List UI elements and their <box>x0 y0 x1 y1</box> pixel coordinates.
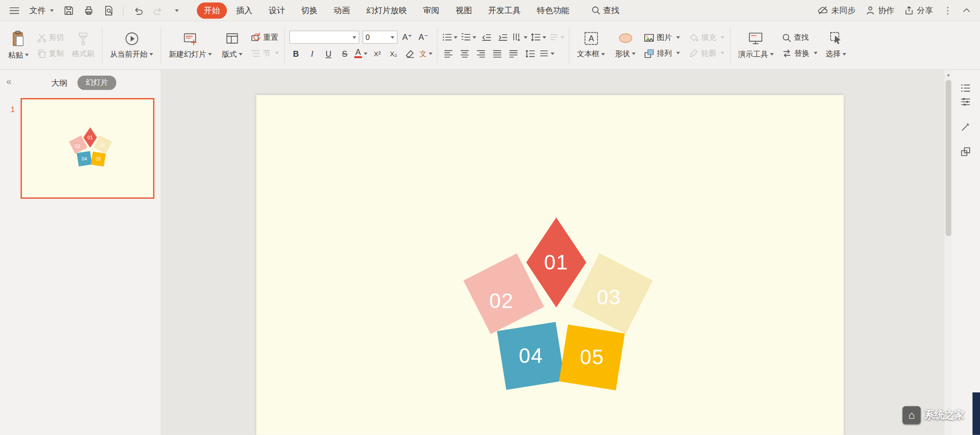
arrange-button[interactable]: 排列 <box>642 48 681 58</box>
shape-diamond-04[interactable]: 04 <box>497 322 565 390</box>
section-button[interactable]: 节 <box>250 48 280 58</box>
layout-button[interactable]: 版式 <box>219 24 245 66</box>
file-menu[interactable]: 文件 <box>28 4 56 17</box>
tab-slides-view[interactable]: 幻灯片 <box>78 76 116 90</box>
play-from-current-button[interactable]: 从当前开始 <box>107 24 157 66</box>
tab-devtools[interactable]: 开发工具 <box>481 2 528 19</box>
font-name-combo[interactable] <box>289 30 359 44</box>
reset-label: 重置 <box>263 32 278 43</box>
distribute-button[interactable] <box>507 47 520 60</box>
select-button[interactable]: 选择 <box>823 24 849 66</box>
wps-presentation-window: 文件 开始 插入 设计 切换 动画 幻灯片放映 审阅 视图 开发工具 特色功能 <box>0 0 980 435</box>
reset-button[interactable]: 重置 <box>250 32 280 43</box>
shapes-button[interactable]: 形状 <box>612 24 639 66</box>
quick-access-dropdown-icon[interactable] <box>171 8 181 13</box>
selection-pane-icon[interactable] <box>960 146 971 160</box>
decrease-font-button[interactable]: A⁻ <box>417 31 430 44</box>
bullet-list-button[interactable] <box>442 31 457 44</box>
new-slide-button[interactable]: 新建幻灯片 <box>166 24 215 66</box>
more-options-icon[interactable]: ⋮ <box>941 4 955 17</box>
shape-diamond-05[interactable]: 05 <box>559 324 625 390</box>
outline-pen-icon <box>689 49 699 58</box>
align-center-button[interactable] <box>458 47 471 60</box>
play-from-current-label: 从当前开始 <box>110 49 147 59</box>
italic-button[interactable]: I <box>306 48 319 60</box>
shape-diamond-03[interactable]: 03 <box>94 136 113 154</box>
tab-insert[interactable]: 插入 <box>230 2 260 19</box>
justify-button[interactable] <box>490 47 504 60</box>
tab-view[interactable]: 视图 <box>449 2 479 19</box>
subscript-button[interactable]: X₂ <box>387 48 400 60</box>
save-icon[interactable] <box>62 4 75 17</box>
slide[interactable]: 01 02 03 04 05 <box>256 95 844 435</box>
tab-slideshow[interactable]: 幻灯片放映 <box>359 2 414 19</box>
underline-button[interactable]: U <box>322 48 335 60</box>
shape-diamond-05[interactable]: 05 <box>91 152 106 166</box>
text-direction-button[interactable] <box>512 31 527 44</box>
copy-button[interactable]: 复制 <box>36 48 65 58</box>
bold-button[interactable]: B <box>289 48 303 60</box>
slide-canvas[interactable]: 01 02 03 04 05 <box>161 70 944 435</box>
undo-icon[interactable] <box>131 5 145 16</box>
task-list-icon[interactable] <box>960 83 971 96</box>
increase-indent-button[interactable] <box>495 31 509 44</box>
redo-icon[interactable] <box>151 5 165 16</box>
decrease-indent-button[interactable] <box>480 31 493 44</box>
print-preview-icon[interactable] <box>102 4 116 17</box>
tab-animation[interactable]: 动画 <box>327 2 357 19</box>
tab-special-features[interactable]: 特色功能 <box>530 2 576 19</box>
font-size-combo[interactable]: 0 <box>363 30 397 44</box>
properties-sliders-icon[interactable] <box>960 96 971 110</box>
collapse-ribbon-icon[interactable] <box>960 6 972 15</box>
replace-button[interactable]: 替换 <box>781 48 819 58</box>
tab-transition[interactable]: 切换 <box>294 2 324 19</box>
text-effect-button[interactable]: 文 <box>419 48 432 60</box>
align-left-button[interactable] <box>442 47 455 60</box>
share-label: 分享 <box>917 5 933 16</box>
app-menu-icon[interactable] <box>8 5 21 16</box>
outline-button[interactable]: 轮廓 <box>687 48 725 58</box>
sync-status[interactable]: 未同步 <box>816 4 858 17</box>
tab-home[interactable]: 开始 <box>197 2 227 19</box>
find-button[interactable]: 查找 <box>591 5 619 16</box>
ribbon-find-label: 查找 <box>794 32 808 43</box>
smart-beautify-icon[interactable] <box>960 121 971 135</box>
format-painter-button[interactable]: 格式刷 <box>69 24 98 66</box>
presentation-tools-button[interactable]: 演示工具 <box>735 24 777 66</box>
tab-design[interactable]: 设计 <box>262 2 292 19</box>
file-menu-label: 文件 <box>29 5 46 16</box>
slide-thumbnail[interactable]: 01 02 03 04 05 <box>20 98 154 199</box>
cut-button[interactable]: 剪切 <box>36 32 65 43</box>
ribbon-find-button[interactable]: 查找 <box>781 32 819 43</box>
collapse-panel-icon[interactable]: « <box>6 76 11 86</box>
font-color-button[interactable]: A <box>354 48 368 60</box>
text-box-button[interactable]: A 文本框 <box>574 24 608 66</box>
paste-button[interactable]: 粘贴 <box>5 24 32 66</box>
increase-font-button[interactable]: A⁺ <box>401 31 414 44</box>
collaborate-button[interactable]: 协作 <box>864 4 897 17</box>
share-button[interactable]: 分享 <box>902 4 935 17</box>
fill-button[interactable]: 填充 <box>687 32 725 43</box>
line-spacing-button[interactable] <box>531 31 546 44</box>
tab-review[interactable]: 审阅 <box>416 2 446 19</box>
vertical-scrollbar[interactable]: ▲ <box>944 70 952 435</box>
arrange-label: 排列 <box>657 48 672 58</box>
picture-button[interactable]: 图片 <box>642 32 681 43</box>
superscript-button[interactable]: X² <box>371 48 384 60</box>
align-right-button[interactable] <box>475 47 488 60</box>
text-effect-label: 文 <box>419 49 427 59</box>
slides-panel: « 大纲 幻灯片 1 01 02 03 04 05 <box>0 70 161 435</box>
shape-diamond-03[interactable]: 03 <box>572 254 653 334</box>
strikethrough-button[interactable]: S <box>338 48 351 60</box>
print-icon[interactable] <box>82 4 95 17</box>
clear-format-button[interactable] <box>403 48 416 60</box>
scrollbar-thumb[interactable] <box>946 80 951 236</box>
tab-outline-view[interactable]: 大纲 <box>51 78 68 89</box>
paragraph-more-button[interactable] <box>549 31 564 44</box>
scroll-up-icon[interactable]: ▲ <box>946 73 951 77</box>
shape-diamond-04[interactable]: 04 <box>77 151 92 166</box>
text-box-label: 文本框 <box>577 49 599 59</box>
smart-typeset-button[interactable] <box>539 47 554 60</box>
numbered-list-button[interactable] <box>461 31 476 44</box>
paragraph-spacing-button[interactable] <box>523 47 536 60</box>
